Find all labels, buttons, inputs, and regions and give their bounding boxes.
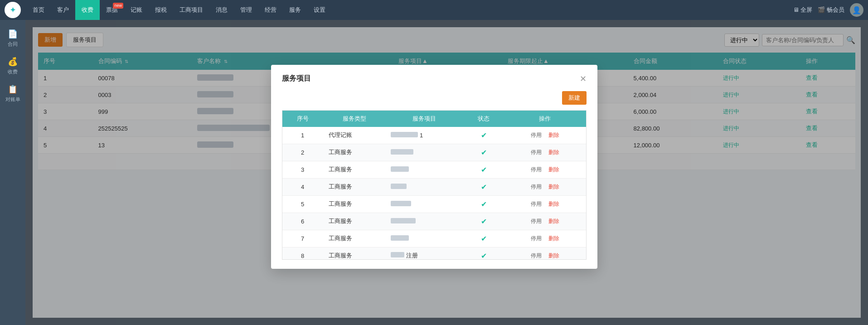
fullscreen-btn[interactable]: 🖥 全屏: [793, 6, 813, 14]
modal-table-row: 1 代理记账 1 ✔ 停用 删除: [282, 127, 586, 144]
contract-icon: 📄: [8, 29, 18, 39]
modal-th-item: 服务项目: [385, 111, 463, 127]
delete-button[interactable]: 删除: [546, 131, 562, 140]
modal-table-row: 6 工商服务 ✔ 停用 删除: [282, 213, 586, 230]
delete-button[interactable]: 删除: [546, 234, 562, 243]
modal-title: 服务项目: [282, 74, 311, 83]
modal-row-item: [385, 161, 463, 178]
nav-settings[interactable]: 设置: [307, 0, 332, 20]
modal-row-item: [385, 144, 463, 161]
modal-row-type: 工商服务: [323, 161, 385, 178]
new-badge: new: [113, 3, 123, 9]
modal-row-status: ✔: [463, 144, 504, 161]
stop-button[interactable]: 停用: [528, 148, 544, 157]
modal-row-type: 工商服务: [323, 213, 385, 230]
modal-row-index: 3: [282, 161, 323, 178]
modal-table-row: 2 工商服务 ✔ 停用 删除: [282, 144, 586, 161]
nav-home[interactable]: 首页: [26, 0, 51, 20]
modal-row-item: [385, 230, 463, 247]
sidebar: 📄 合同 💰 收费 📋 对账单: [0, 20, 25, 325]
modal-table-row: 7 工商服务 ✔ 停用 删除: [282, 230, 586, 247]
modal-table-row: 3 工商服务 ✔ 停用 删除: [282, 161, 586, 178]
modal-row-status: ✔: [463, 213, 504, 230]
modal-row-ops: 停用 删除: [504, 144, 586, 161]
delete-button[interactable]: 删除: [546, 217, 562, 226]
modal-th-index: 序号: [282, 111, 323, 127]
modal-table-row: 5 工商服务 ✔ 停用 删除: [282, 195, 586, 213]
delete-button[interactable]: 删除: [546, 199, 562, 209]
modal-row-item: 1: [385, 127, 463, 144]
nav-right: 🖥 全屏 🎬 畅会员 👤: [793, 3, 863, 17]
stop-button[interactable]: 停用: [528, 217, 544, 226]
delete-button[interactable]: 删除: [546, 165, 562, 175]
modal-row-status: ✔: [463, 247, 504, 260]
delete-button[interactable]: 删除: [546, 148, 562, 157]
modal-th-status: 状态: [463, 111, 504, 127]
modal-row-index: 2: [282, 144, 323, 161]
modal-row-type: 工商服务: [323, 247, 385, 260]
delete-button[interactable]: 删除: [546, 251, 562, 260]
modal-table-row: 4 工商服务 ✔ 停用 删除: [282, 178, 586, 195]
modal-row-status: ✔: [463, 161, 504, 178]
modal-row-index: 5: [282, 195, 323, 213]
modal-row-ops: 停用 删除: [504, 213, 586, 230]
modal-row-status: ✔: [463, 230, 504, 247]
delete-button[interactable]: 删除: [546, 182, 562, 192]
sidebar-item-fee[interactable]: 💰 收费: [0, 52, 25, 80]
modal-row-status: ✔: [463, 178, 504, 195]
modal-service-table: 序号 服务类型 服务项目 状态 操作 1 代理记账 1 ✔ 停用 删除: [282, 111, 586, 260]
user-avatar[interactable]: 👤: [850, 3, 863, 17]
sidebar-label-reconciliation: 对账单: [5, 96, 20, 103]
modal-new-button[interactable]: 新建: [562, 91, 587, 105]
modal-row-item: [385, 195, 463, 213]
sidebar-item-reconciliation[interactable]: 📋 对账单: [0, 80, 25, 107]
modal-table-row: 8 工商服务 注册 ✔ 停用 删除: [282, 247, 586, 260]
modal-row-type: 代理记账: [323, 127, 385, 144]
modal-row-type: 工商服务: [323, 195, 385, 213]
modal-row-status: ✔: [463, 195, 504, 213]
modal-row-ops: 停用 删除: [504, 161, 586, 178]
modal-row-ops: 停用 删除: [504, 127, 586, 144]
stop-button[interactable]: 停用: [528, 182, 544, 192]
modal-row-ops: 停用 删除: [504, 195, 586, 213]
modal-row-ops: 停用 删除: [504, 178, 586, 195]
nav-fee[interactable]: 收费: [75, 0, 100, 20]
modal-row-index: 6: [282, 213, 323, 230]
top-navigation: ✦ 首页 客户 收费 票据 new 记账 报税 工商项目 消息 管理 经营 服务…: [0, 0, 868, 20]
stop-button[interactable]: 停用: [528, 199, 544, 209]
modal-toolbar: 新建: [282, 91, 587, 105]
modal-close-button[interactable]: ✕: [580, 74, 587, 84]
nav-customer[interactable]: 客户: [51, 0, 75, 20]
app-logo: ✦: [5, 2, 21, 18]
nav-tax[interactable]: 报税: [149, 0, 173, 20]
nav-bookkeeping[interactable]: 记账: [124, 0, 149, 20]
stop-button[interactable]: 停用: [528, 165, 544, 175]
modal-th-action: 操作: [504, 111, 586, 127]
modal-row-type: 工商服务: [323, 178, 385, 195]
modal-row-item: [385, 213, 463, 230]
modal-row-index: 4: [282, 178, 323, 195]
nav-commerce[interactable]: 工商项目: [173, 0, 209, 20]
modal-row-item: 注册: [385, 247, 463, 260]
stop-button[interactable]: 停用: [528, 251, 544, 260]
nav-management[interactable]: 管理: [234, 0, 258, 20]
modal-th-type: 服务类型: [323, 111, 385, 127]
fee-icon: 💰: [8, 57, 18, 67]
reconciliation-icon: 📋: [8, 84, 18, 94]
sidebar-item-contract[interactable]: 📄 合同: [0, 24, 25, 52]
modal-row-item: [385, 178, 463, 195]
stop-button[interactable]: 停用: [528, 234, 544, 243]
modal-row-ops: 停用 删除: [504, 247, 586, 260]
sidebar-label-contract: 合同: [8, 41, 18, 48]
nav-service[interactable]: 服务: [283, 0, 307, 20]
modal-table-wrap[interactable]: 序号 服务类型 服务项目 状态 操作 1 代理记账 1 ✔ 停用 删除: [282, 110, 587, 260]
modal-row-type: 工商服务: [323, 144, 385, 161]
modal-row-status: ✔: [463, 127, 504, 144]
nav-operation[interactable]: 经营: [258, 0, 283, 20]
nav-bill[interactable]: 票据 new: [100, 0, 124, 20]
modal-row-index: 1: [282, 127, 323, 144]
nav-message[interactable]: 消息: [209, 0, 234, 20]
member-btn[interactable]: 🎬 畅会员: [818, 6, 844, 14]
modal-header: 服务项目 ✕: [282, 74, 587, 84]
stop-button[interactable]: 停用: [528, 131, 544, 140]
